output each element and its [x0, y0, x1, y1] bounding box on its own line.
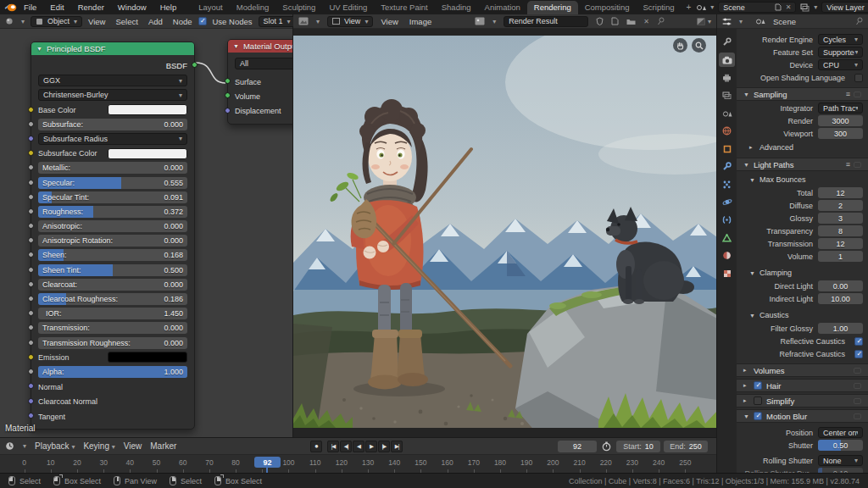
light-paths-panel-header[interactable]: ▼ Light Paths ≡	[737, 158, 868, 171]
menu-item[interactable]: Select	[115, 17, 137, 26]
open-image-icon[interactable]	[626, 18, 636, 25]
socket-value[interactable]	[28, 208, 34, 214]
menu-item[interactable]: View	[381, 17, 398, 26]
workspace-tab[interactable]: Sculpting	[275, 1, 322, 15]
playhead-frame-badge[interactable]: 92	[254, 457, 281, 468]
menu-keying[interactable]: Keying ▾	[83, 441, 114, 451]
socket-value[interactable]	[28, 340, 34, 346]
render-engine-dropdown[interactable]: Cycles▾	[818, 34, 863, 45]
tab-world[interactable]	[719, 124, 735, 138]
motion-blur-checkbox[interactable]	[754, 412, 762, 420]
tab-particles[interactable]	[719, 177, 735, 191]
socket-value[interactable]	[28, 281, 34, 287]
samples-render-field[interactable]: 3000	[818, 115, 863, 126]
bounce-field[interactable]: 3	[818, 213, 863, 224]
record-button[interactable]: ●	[310, 441, 322, 452]
menu-item[interactable]: Help	[153, 3, 184, 12]
socket-vector[interactable]	[28, 383, 34, 389]
panel-options-icon[interactable]	[854, 92, 861, 97]
menu-item[interactable]: Add	[148, 17, 163, 26]
blender-logo-icon[interactable]	[4, 3, 17, 12]
menu-item[interactable]: Node	[173, 17, 192, 26]
tab-object[interactable]	[719, 141, 735, 156]
frame-start-field[interactable]: Start:10	[616, 441, 660, 452]
display-mode-dropdown[interactable]: View ▾	[327, 16, 373, 27]
mb-position-dropdown[interactable]: Center on Frame▾	[818, 427, 863, 438]
scene-icon[interactable]	[696, 3, 706, 12]
device-dropdown[interactable]: CPU▾	[818, 59, 863, 70]
workspace-tab[interactable]: Rendering	[527, 1, 578, 15]
simplify-checkbox[interactable]	[754, 396, 762, 405]
menu-playback[interactable]: Playback ▾	[35, 441, 75, 451]
socket-value[interactable]	[28, 223, 34, 229]
unlink-image-icon[interactable]: ✕	[643, 18, 649, 25]
workspace-tab[interactable]: Scripting	[637, 1, 682, 15]
editor-type-chevron[interactable]: ▾	[739, 18, 743, 25]
tab-constraints[interactable]	[719, 213, 735, 227]
workspace-tab[interactable]: Animation	[478, 1, 527, 15]
transport-button[interactable]: ▶	[365, 441, 377, 452]
clamp-field[interactable]: 0.00	[818, 280, 863, 291]
bounce-field[interactable]: 1	[818, 251, 863, 262]
presets-icon[interactable]: ≡	[846, 160, 850, 169]
socket-color[interactable]	[28, 150, 34, 156]
transport-button[interactable]: ◀|	[340, 441, 352, 452]
panel-options-icon[interactable]	[854, 398, 861, 404]
bounce-field[interactable]: 12	[818, 187, 863, 198]
scene-selector[interactable]: Scene ✕	[718, 2, 796, 13]
volumes-panel-header[interactable]: ▸ Volumes	[737, 363, 868, 377]
menu-view[interactable]: View	[124, 441, 142, 451]
tab-scene[interactable]	[719, 106, 735, 120]
samples-viewport-field[interactable]: 300	[818, 128, 863, 139]
socket-value[interactable]	[28, 194, 34, 200]
subsurface-color-swatch[interactable]	[108, 148, 187, 159]
menu-item[interactable]: View	[88, 17, 105, 26]
socket-vector[interactable]	[28, 398, 34, 404]
hair-checkbox[interactable]	[754, 381, 762, 390]
hair-panel-header[interactable]: ▸ Hair	[737, 379, 868, 392]
editor-type-icon[interactable]	[5, 17, 15, 25]
motion-blur-panel-header[interactable]: ▼ Motion Blur	[737, 409, 868, 423]
socket-value[interactable]	[28, 252, 34, 258]
display-channels-dropdown[interactable]: ▾	[697, 18, 711, 25]
zoom-gizmo[interactable]	[692, 38, 706, 53]
expand-icon[interactable]: ▸	[743, 382, 749, 389]
image-browse-icon[interactable]	[475, 17, 485, 25]
reflective-caustics-checkbox[interactable]	[854, 337, 863, 346]
view-layer-selector[interactable]: View Layer ✕	[821, 2, 868, 13]
current-frame-field[interactable]: 92	[558, 441, 597, 452]
socket-vector[interactable]	[28, 413, 34, 419]
node-material-output[interactable]: ▼ Material Output All Surface Volume Dis…	[227, 39, 292, 125]
socket-value[interactable]	[28, 180, 34, 186]
socket-color[interactable]	[28, 107, 34, 113]
menu-item[interactable]: Render	[71, 3, 111, 12]
presets-icon[interactable]: ≡	[846, 90, 850, 98]
editor-type-icon[interactable]	[5, 441, 14, 451]
add-workspace-button[interactable]: +	[681, 3, 696, 12]
expand-icon[interactable]: ▸	[743, 397, 749, 404]
timeline-ruler[interactable]: 0102030405060708090100110120130140150160…	[0, 455, 716, 473]
menu-marker[interactable]: Marker	[150, 441, 176, 451]
view-layer-browse-chevron[interactable]: ▾	[814, 3, 817, 11]
bsdf-node-header[interactable]: ▼ Principled BSDF	[31, 42, 194, 55]
tab-tool[interactable]	[719, 35, 735, 49]
view-layer-icon[interactable]	[800, 3, 810, 12]
expand-icon[interactable]: ▸	[743, 367, 749, 374]
frame-end-field[interactable]: End:250	[664, 441, 708, 452]
subsurface-method-dropdown[interactable]: Christensen-Burley▾	[38, 89, 187, 101]
tab-physics[interactable]	[719, 195, 735, 209]
image-name-field[interactable]: Render Result	[504, 16, 588, 27]
transport-button[interactable]: |◀	[327, 441, 339, 452]
delete-scene-icon[interactable]: ✕	[786, 3, 792, 11]
expand-icon[interactable]: ▼	[743, 92, 749, 97]
playhead-line[interactable]	[266, 467, 268, 473]
pin-icon[interactable]	[657, 17, 665, 25]
socket-value[interactable]	[28, 237, 34, 243]
node-canvas[interactable]: ▼ Principled BSDF BSDF GGX▾ Christensen-…	[0, 29, 292, 437]
socket-value[interactable]	[28, 324, 34, 330]
editor-type-chevron[interactable]: ▾	[21, 18, 25, 25]
image-browse-chevron[interactable]: ▾	[492, 18, 496, 25]
displacement-socket[interactable]	[225, 108, 231, 114]
socket-value[interactable]	[28, 121, 34, 127]
menu-item[interactable]: Edit	[43, 3, 70, 12]
